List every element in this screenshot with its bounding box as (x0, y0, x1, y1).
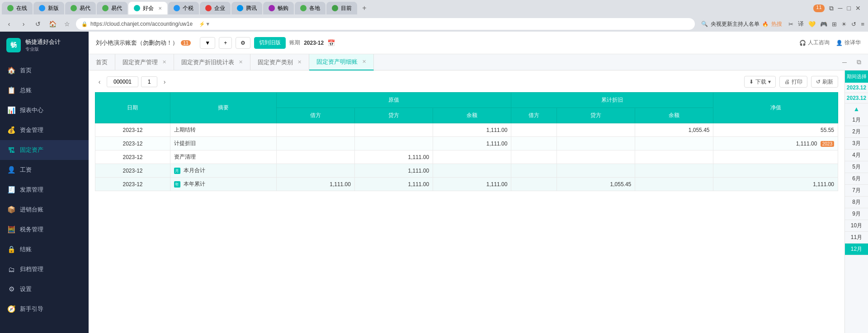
back-button[interactable]: ‹ (4, 19, 14, 29)
next-page-btn[interactable]: › (160, 77, 169, 86)
period-month-8[interactable]: 8月 (845, 197, 868, 208)
tab-asset-category-close[interactable]: ✕ (297, 59, 302, 65)
address-icons: ⚡▼ (199, 21, 210, 27)
period-month-5[interactable]: 5月 (845, 161, 868, 173)
browser-tab-6[interactable]: 个税 (168, 2, 199, 14)
cell-net-value-3 (713, 150, 838, 164)
period-month-9[interactable]: 9月 (845, 208, 868, 220)
browser-tab-1[interactable]: 在线 (2, 2, 33, 14)
sidebar-item-settings[interactable]: ⚙ 设置 (0, 279, 89, 299)
period-month-3[interactable]: 3月 (845, 138, 868, 150)
forward-button[interactable]: › (18, 19, 29, 29)
period-month-12[interactable]: 12月 (845, 244, 868, 255)
sidebar-item-tax[interactable]: 🧮 税务管理 (0, 220, 89, 239)
menu-icon[interactable]: ≡ (861, 21, 864, 28)
sidebar-item-ledger[interactable]: 📋 总账 (0, 80, 89, 100)
download-btn[interactable]: ⬇ 下载 ▾ (744, 76, 776, 88)
sidebar-item-fixed-assets[interactable]: 🏗 固定资产 (0, 140, 89, 160)
sidebar-item-tax-label: 税务管理 (20, 225, 43, 234)
window-close-icon[interactable]: ✕ (855, 5, 861, 12)
translate-icon[interactable]: 译 (798, 20, 804, 28)
period-month-2[interactable]: 2月 (845, 126, 868, 138)
sidebar-item-inventory[interactable]: 📦 进销台账 (0, 200, 89, 220)
home-button[interactable]: 🏠 (47, 19, 58, 29)
print-btn[interactable]: 🖨 打印 (779, 76, 807, 88)
tab-fixed-assets-mgmt-close[interactable]: ✕ (162, 59, 166, 65)
period-month-4[interactable]: 4月 (845, 150, 868, 161)
sidebar-item-guide[interactable]: 🧭 新手引导 (0, 299, 89, 319)
th-summary: 摘要 (170, 93, 276, 123)
game-icon[interactable]: 🎮 (820, 21, 827, 28)
browser-tab-9[interactable]: 畅购 (263, 2, 294, 14)
th-depreciation-group: 累计折旧 (511, 93, 713, 108)
period-month-1[interactable]: 1月 (845, 114, 868, 126)
sidebar-item-invoice[interactable]: 🧾 发票管理 (0, 180, 89, 200)
sidebar-item-funds[interactable]: 💰 资金管理 (0, 120, 89, 140)
scroll-up-btn[interactable]: ▲ (845, 103, 868, 114)
browser-tab-5[interactable]: 好会 ✕ (128, 2, 167, 14)
browser-tab-3[interactable]: 易代 (65, 2, 96, 14)
undo-icon[interactable]: ↺ (851, 21, 856, 28)
browser-tab-2[interactable]: 新版 (33, 2, 64, 14)
browser-tab-10[interactable]: 各地 (295, 2, 326, 14)
period-year-2023[interactable]: 2023.12 (845, 83, 868, 93)
page-index-input[interactable] (141, 76, 157, 87)
window-maximize-icon[interactable]: □ (847, 5, 851, 12)
user-name: 刘小艳演示账套（勿删勿动！） (96, 39, 178, 47)
page-number-input[interactable] (107, 76, 138, 87)
sidebar-item-payroll[interactable]: 👤 工资 (0, 160, 89, 180)
settings-btn[interactable]: ⚙ (236, 37, 250, 49)
wallet-icon[interactable]: 💛 (808, 21, 816, 28)
add-company-btn[interactable]: + (219, 37, 232, 49)
tab-asset-detail[interactable]: 固定资产明细账 ✕ (309, 54, 374, 70)
address-bar[interactable]: 🔒 https://cloud.chanjet.com/accounting/u… (76, 18, 695, 30)
main-panel: ‹ › ⬇ 下载 ▾ 🖨 打印 (89, 70, 844, 333)
tab-home[interactable]: 首页 (89, 54, 115, 70)
browser-tab-2-label: 新版 (48, 5, 59, 12)
sidebar-item-close[interactable]: 🔒 结账 (0, 239, 89, 259)
reload-button[interactable]: ↺ (33, 19, 43, 29)
tab-depreciation-stat-close[interactable]: ✕ (239, 59, 243, 65)
browser-tab-11[interactable]: 目前 (326, 2, 357, 14)
bookmark-button[interactable]: ☆ (61, 19, 72, 29)
tax-icon: 🧮 (7, 225, 15, 234)
ledger-table: 日期 摘要 原值 累计折旧 净值 借方 贷方 余额 借方 贷方 余额 (95, 92, 838, 191)
tab-asset-detail-close[interactable]: ✕ (362, 59, 366, 65)
period-month-11[interactable]: 11月 (845, 232, 868, 244)
tab-fixed-assets-mgmt[interactable]: 固定资产管理 ✕ (115, 54, 174, 70)
cell-net-value-5: 1,111.00 (713, 178, 838, 191)
prev-page-btn[interactable]: ‹ (95, 77, 104, 86)
window-minimize-tab-btn[interactable]: ─ (839, 57, 850, 68)
dropdown-btn[interactable]: ▼ (200, 37, 215, 49)
new-tab-button[interactable]: + (358, 2, 371, 14)
support-btn[interactable]: 🎧 人工咨询 (799, 39, 830, 47)
switch-version-btn[interactable]: 切到旧版 (254, 37, 286, 49)
scissors-icon[interactable]: ✂ (788, 21, 793, 28)
browser-tab-4[interactable]: 易代 (97, 2, 127, 14)
window-minimize-icon[interactable]: ─ (838, 5, 843, 12)
tab-depreciation-stat[interactable]: 固定资产折旧统计表 ✕ (174, 54, 250, 70)
browser-tab-7[interactable]: 企业 (200, 2, 231, 14)
sidebar-item-archive[interactable]: 🗂 归档管理 (0, 259, 89, 279)
sidebar-item-home[interactable]: 🏠 首页 (0, 61, 89, 80)
cell-dep-balance-5 (635, 178, 713, 191)
user-profile-btn[interactable]: 👤 徐译华 (836, 39, 861, 47)
browser-tab-5-close[interactable]: ✕ (158, 6, 162, 11)
sidebar-item-reports[interactable]: 📊 报表中心 (0, 100, 89, 120)
window-maximize-tab-btn[interactable]: ⧉ (854, 57, 864, 68)
period-month-6[interactable]: 6月 (845, 173, 868, 185)
browser-tab-8[interactable]: 腾讯 (231, 2, 262, 14)
cell-date-1: 2023-12 (95, 123, 170, 137)
period-year-selected[interactable]: 2023.12 (845, 93, 868, 103)
browser-tab-1-label: 在线 (16, 5, 27, 12)
period-month-7[interactable]: 7月 (845, 185, 868, 197)
search-bar[interactable]: 🔍 央视更新主持人名单 🔥 热搜 (698, 20, 785, 28)
calendar-icon[interactable]: 📅 (327, 39, 335, 47)
tab-asset-category[interactable]: 固定资产类别 ✕ (250, 54, 309, 70)
period-month-10[interactable]: 10月 (845, 220, 868, 232)
dropdown-arrow-icon: ▾ (768, 79, 771, 85)
window-restore-icon[interactable]: ⧉ (829, 5, 834, 12)
refresh-btn[interactable]: ↺ 刷新 (811, 76, 838, 88)
grid-icon[interactable]: ⊞ (832, 21, 837, 28)
brightness-icon[interactable]: ☀ (841, 21, 847, 28)
